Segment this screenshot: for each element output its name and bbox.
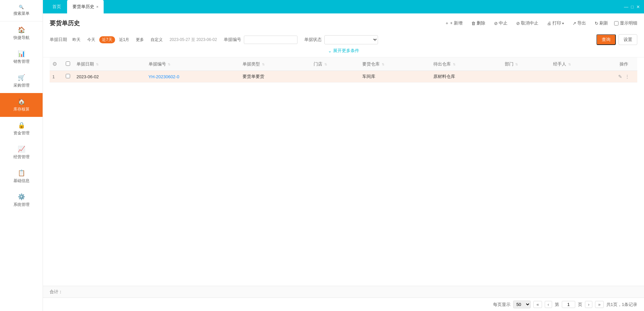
table-settings-icon[interactable]: ⚙ — [52, 61, 57, 67]
row-checkbox[interactable] — [66, 74, 70, 78]
page-header: 要货单历史 ＋ + 新增 🗑 删除 ⊘ 中止 ⊘ 取消中止 — [43, 13, 644, 31]
th-settings[interactable]: ⚙ — [50, 57, 63, 71]
date-btn-custom[interactable]: 自定义 — [148, 36, 165, 43]
content-area: 要货单历史 ＋ + 新增 🗑 删除 ⊘ 中止 ⊘ 取消中止 — [43, 13, 644, 311]
sidebar-item-finance[interactable]: 🔒 资金管理 — [0, 117, 43, 141]
delete-icon: 🗑 — [471, 21, 476, 26]
th-req-warehouse[interactable]: 要货仓库 ⇅ — [360, 57, 431, 71]
filter-bar: 单据日期 昨天 今天 近7天 近1月 更多 自定义 2023-05-27 至 2… — [43, 31, 644, 57]
refresh-button[interactable]: ↻ 刷新 — [592, 19, 611, 28]
stop-icon: ⊘ — [494, 21, 498, 26]
delete-button[interactable]: 🗑 删除 — [469, 19, 488, 28]
cancel-stop-button[interactable]: ⊘ 取消中止 — [514, 19, 541, 28]
window-max-button[interactable]: □ — [631, 4, 634, 9]
select-all-checkbox[interactable] — [66, 61, 70, 66]
th-store[interactable]: 门店 ⇅ — [311, 57, 360, 71]
summary-label: 合计： — [50, 289, 63, 295]
first-page-button[interactable]: « — [533, 301, 542, 308]
table-body: 1 2023-06-02 YH-20230602-0 要货单要货 车间库 原材料… — [50, 71, 637, 83]
page-number-input[interactable] — [562, 301, 575, 308]
sidebar-item-inventory[interactable]: 🏠 库存核算 — [0, 93, 43, 117]
window-min-button[interactable]: — — [624, 4, 628, 9]
row-checkbox-cell — [63, 71, 74, 83]
date-btn-today[interactable]: 今天 — [85, 36, 98, 43]
table-header: ⚙ 单据日期 ⇅ 单据编号 ⇅ — [50, 57, 637, 71]
search-icon: 🔍 — [19, 5, 24, 9]
date-btn-1month[interactable]: 近1月 — [116, 36, 132, 43]
row-pending-warehouse: 原材料仓库 — [431, 71, 502, 83]
doc-number-input[interactable] — [244, 36, 298, 44]
sidebar: 🔍 搜索菜单 🏠 快捷导航 📊 销售管理 🛒 采购管理 🏠 库存核算 🔒 资金管… — [0, 0, 43, 311]
sidebar-item-label: 资金管理 — [13, 130, 30, 136]
sort-icon: ⇅ — [453, 62, 455, 66]
sidebar-search[interactable]: 🔍 搜索菜单 — [0, 0, 43, 21]
sidebar-item-label: 库存核算 — [13, 106, 30, 112]
status-select[interactable] — [324, 35, 378, 44]
sidebar-item-basic[interactable]: 📋 基础信息 — [0, 165, 43, 188]
settings-button[interactable]: 设置 — [619, 34, 637, 45]
inventory-icon: 🏠 — [18, 98, 25, 105]
sort-icon: ⇅ — [324, 62, 327, 66]
pagination: 每页显示 10 20 50 100 « ‹ 第 页 › » 共1页，1条记录 — [43, 298, 644, 311]
row-more-icon[interactable]: ⋮ — [625, 74, 630, 79]
operations-icon: 📈 — [18, 145, 25, 153]
sort-icon: ⇅ — [96, 62, 99, 66]
row-operations: ✎ ⋮ — [610, 71, 637, 83]
sidebar-item-sales[interactable]: 📊 销售管理 — [0, 45, 43, 69]
page-title: 要货单历史 — [50, 19, 80, 27]
display-detail-toggle[interactable]: 显示明细 — [614, 20, 637, 26]
stop-button[interactable]: ⊘ 中止 — [491, 19, 510, 28]
topbar: 首页 要货单历史 × — □ ✕ — [43, 0, 644, 13]
date-filter-group: 单据日期 昨天 今天 近7天 近1月 更多 自定义 2023-05-27 至 2… — [50, 36, 217, 43]
sidebar-item-system[interactable]: ⚙️ 系统管理 — [0, 188, 43, 212]
row-handler — [550, 71, 610, 83]
table-footer: 合计： — [43, 286, 644, 298]
window-close-button[interactable]: ✕ — [636, 4, 640, 9]
print-button[interactable]: 🖨 打印 ▾ — [544, 19, 567, 28]
cancel-stop-icon: ⊘ — [516, 21, 520, 26]
sidebar-item-quick-nav[interactable]: 🏠 快捷导航 — [0, 21, 43, 45]
doc-number-filter-group: 单据编号 — [224, 36, 298, 44]
sidebar-item-label: 快捷导航 — [13, 35, 30, 41]
sidebar-item-purchase[interactable]: 🛒 采购管理 — [0, 69, 43, 93]
row-doc-type: 要货单要货 — [240, 71, 311, 83]
date-btn-yesterday[interactable]: 昨天 — [70, 36, 83, 43]
sort-icon: ⇅ — [568, 62, 571, 66]
th-department[interactable]: 部门 ⇅ — [502, 57, 551, 71]
date-range-display: 2023-05-27 至 2023-06-02 — [169, 37, 217, 43]
new-button[interactable]: ＋ + 新增 — [442, 19, 465, 28]
display-detail-checkbox[interactable] — [614, 21, 619, 26]
th-doc-type[interactable]: 单据类型 ⇅ — [240, 57, 311, 71]
th-pending-warehouse[interactable]: 待出仓库 ⇅ — [431, 57, 502, 71]
date-buttons: 昨天 今天 近7天 近1月 更多 自定义 — [70, 36, 165, 43]
tab-doc-history[interactable]: 要货单历史 × — [67, 0, 104, 13]
sidebar-item-operations[interactable]: 📈 经营管理 — [0, 141, 43, 165]
page-label-next: 页 — [578, 302, 582, 308]
page-label-prev: 第 — [555, 302, 559, 308]
data-table: ⚙ 单据日期 ⇅ 单据编号 ⇅ — [50, 57, 637, 83]
th-doc-number[interactable]: 单据编号 ⇅ — [146, 57, 240, 71]
sidebar-item-label: 基础信息 — [13, 178, 30, 184]
date-btn-7days[interactable]: 近7天 — [99, 36, 115, 43]
th-handler[interactable]: 经手人 ⇅ — [550, 57, 610, 71]
row-doc-number: YH-20230602-0 — [146, 71, 240, 83]
date-filter-label: 单据日期 — [50, 37, 67, 43]
sidebar-search-label: 搜索菜单 — [13, 11, 30, 16]
export-button[interactable]: ↗ 导出 — [570, 19, 589, 28]
row-department — [502, 71, 551, 83]
next-page-button[interactable]: › — [585, 301, 592, 308]
chevron-down-icon: ⌄ — [328, 48, 332, 53]
topbar-right: — □ ✕ — [624, 4, 640, 9]
query-button[interactable]: 查询 — [596, 34, 616, 45]
page-size-select[interactable]: 10 20 50 100 — [513, 301, 531, 308]
th-doc-date[interactable]: 单据日期 ⇅ — [74, 57, 146, 71]
expand-more-button[interactable]: ⌄ 展开更多条件 — [50, 48, 637, 54]
doc-number-link[interactable]: YH-20230602-0 — [149, 74, 179, 79]
th-operation: 操作 — [610, 57, 637, 71]
date-btn-more[interactable]: 更多 — [133, 36, 147, 43]
last-page-button[interactable]: » — [595, 301, 603, 308]
tab-close-button[interactable]: × — [96, 5, 98, 9]
prev-page-button[interactable]: ‹ — [545, 301, 552, 308]
row-edit-icon[interactable]: ✎ — [618, 74, 622, 79]
tab-home[interactable]: 首页 — [47, 0, 66, 13]
